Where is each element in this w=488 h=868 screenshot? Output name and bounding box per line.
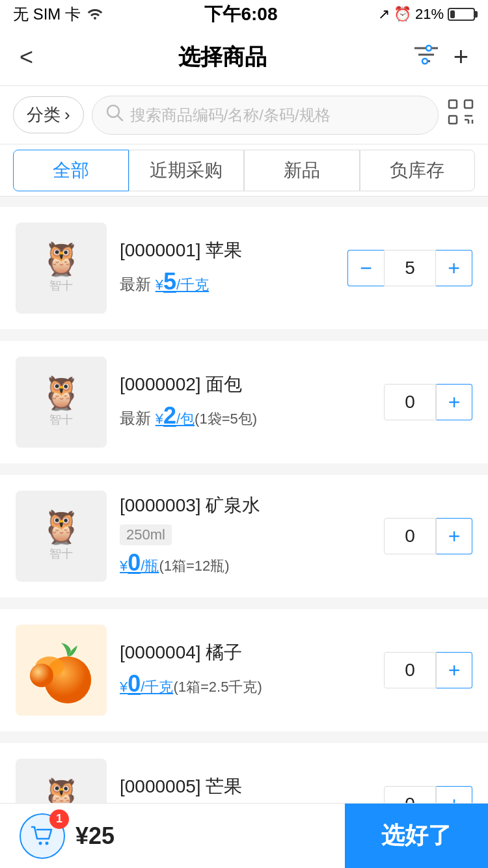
search-box[interactable]: 搜索商品编码/名称/条码/规格 xyxy=(92,96,439,135)
quantity-control: − + xyxy=(347,250,472,286)
cart-total: ¥25 xyxy=(75,822,115,850)
quantity-control: + xyxy=(384,652,472,688)
divider xyxy=(0,599,488,609)
quantity-input[interactable] xyxy=(384,384,436,420)
product-name: [0000001] 苹果 xyxy=(120,238,334,263)
product-price: 最新 ¥5/千克 xyxy=(120,268,334,295)
quantity-increase-button[interactable]: + xyxy=(436,652,472,688)
tabs-bar: 全部 近期采购 新品 负库存 xyxy=(0,144,488,197)
owl-icon: 🦉 xyxy=(41,377,81,409)
cart-icon xyxy=(31,826,54,847)
owl-icon: 🦉 xyxy=(41,511,81,543)
quantity-input[interactable] xyxy=(384,652,436,688)
back-button[interactable]: < xyxy=(20,44,33,71)
alarm-icon: ⏰ xyxy=(394,6,411,23)
product-info: [0000003] 矿泉水 250ml ¥0/瓶(1箱=12瓶) xyxy=(120,493,371,579)
product-item: 🦉 智十 [0000003] 矿泉水 250ml ¥0/瓶(1箱=12瓶) + xyxy=(0,475,488,597)
quantity-input[interactable] xyxy=(384,250,436,286)
tab-negative[interactable]: 负库存 xyxy=(360,150,476,191)
add-button[interactable]: + xyxy=(454,42,468,72)
svg-rect-7 xyxy=(449,100,457,108)
product-name: [0000004] 橘子 xyxy=(120,640,371,665)
battery-icon xyxy=(448,8,475,21)
product-image: 🦉 智十 xyxy=(16,357,107,448)
chevron-right-icon: › xyxy=(64,105,70,125)
search-placeholder: 搜索商品编码/名称/条码/规格 xyxy=(130,105,331,126)
quantity-control: + xyxy=(384,384,472,420)
status-right: ↗ ⏰ 21% xyxy=(378,6,475,23)
quantity-increase-button[interactable]: + xyxy=(436,250,472,286)
location-icon: ↗ xyxy=(378,6,390,23)
quantity-control: + xyxy=(384,518,472,554)
owl-icon: 🦉 xyxy=(41,243,81,275)
svg-rect-8 xyxy=(465,100,472,108)
nav-right: + xyxy=(412,42,468,72)
cart-section: 1 ¥25 xyxy=(0,813,345,859)
product-name: [0000002] 面包 xyxy=(120,372,371,397)
wifi-icon xyxy=(86,5,104,23)
svg-rect-9 xyxy=(449,116,457,124)
svg-point-3 xyxy=(426,46,431,51)
svg-line-6 xyxy=(118,116,122,120)
quantity-increase-button[interactable]: + xyxy=(436,518,472,554)
svg-point-20 xyxy=(46,841,49,845)
quantity-increase-button[interactable]: + xyxy=(436,384,472,420)
cart-button[interactable]: 1 xyxy=(20,813,65,859)
product-image xyxy=(16,625,107,716)
svg-point-19 xyxy=(39,841,42,845)
bottom-bar: 1 ¥25 选好了 xyxy=(0,803,488,868)
product-item: 🦉 智十 [0000002] 面包 最新 ¥2/包(1袋=5包) + xyxy=(0,341,488,463)
confirm-button[interactable]: 选好了 xyxy=(345,804,488,869)
carrier-text: 无 SIM 卡 xyxy=(13,4,81,25)
tab-all[interactable]: 全部 xyxy=(13,150,129,191)
tab-recent[interactable]: 近期采购 xyxy=(129,150,245,191)
product-spec: 250ml xyxy=(120,524,172,545)
filter-bar: 分类 › 搜索商品编码/名称/条码/规格 xyxy=(0,86,488,144)
nav-left: < xyxy=(20,44,33,71)
product-image: 🦉 智十 xyxy=(16,491,107,582)
product-info: [0000001] 苹果 最新 ¥5/千克 xyxy=(120,238,334,298)
product-list: 🦉 智十 [0000001] 苹果 最新 ¥5/千克 − + 🦉 智十 [0 xyxy=(0,207,488,868)
product-info: [0000004] 橘子 ¥0/千克(1箱=2.5千克) xyxy=(120,640,371,700)
quantity-decrease-button[interactable]: − xyxy=(347,250,384,286)
search-icon xyxy=(105,103,124,126)
divider xyxy=(0,733,488,743)
divider xyxy=(0,197,488,207)
page-title: 选择商品 xyxy=(178,42,267,72)
scan-icon[interactable] xyxy=(446,98,475,132)
tab-new[interactable]: 新品 xyxy=(244,150,360,191)
product-info: [0000002] 面包 最新 ¥2/包(1袋=5包) xyxy=(120,372,371,432)
category-label: 分类 xyxy=(27,103,61,126)
product-price: ¥0/瓶(1箱=12瓶) xyxy=(120,549,371,576)
filter-icon[interactable] xyxy=(412,43,441,71)
product-name: [0000005] 芒果 xyxy=(120,774,371,799)
product-image: 🦉 智十 xyxy=(16,223,107,314)
nav-bar: < 选择商品 + xyxy=(0,29,488,86)
category-button[interactable]: 分类 › xyxy=(13,96,84,133)
status-bar: 无 SIM 卡 下午6:08 ↗ ⏰ 21% xyxy=(0,0,488,29)
product-price: 最新 ¥2/包(1袋=5包) xyxy=(120,402,371,429)
product-name: [0000003] 矿泉水 xyxy=(120,493,371,518)
orange-image xyxy=(22,631,100,709)
divider xyxy=(0,331,488,341)
product-price: ¥0/千克(1箱=2.5千克) xyxy=(120,670,371,698)
product-item: 🦉 智十 [0000001] 苹果 最新 ¥5/千克 − + xyxy=(0,207,488,329)
cart-badge: 1 xyxy=(49,809,69,829)
product-item: [0000004] 橘子 ¥0/千克(1箱=2.5千克) + xyxy=(0,609,488,731)
quantity-input[interactable] xyxy=(384,518,436,554)
svg-point-18 xyxy=(30,664,53,687)
status-left: 无 SIM 卡 xyxy=(13,4,104,25)
svg-point-4 xyxy=(422,59,427,64)
status-time: 下午6:08 xyxy=(204,2,277,27)
battery-percent: 21% xyxy=(415,6,444,23)
divider xyxy=(0,465,488,475)
